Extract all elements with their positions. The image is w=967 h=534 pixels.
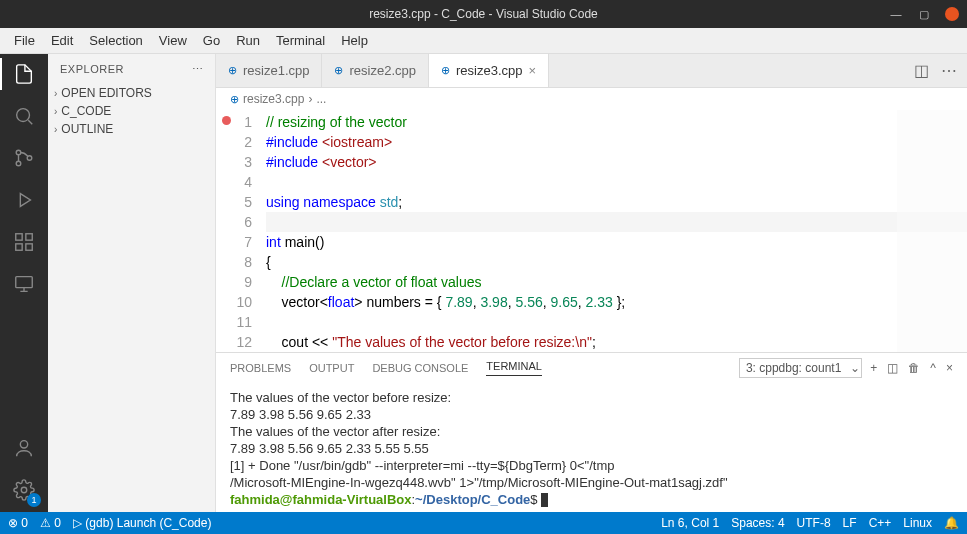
new-terminal-icon[interactable]: + xyxy=(870,361,877,375)
tab-resize1-cpp[interactable]: ⊕resize1.cpp xyxy=(216,54,322,87)
close-tab-icon[interactable]: × xyxy=(528,63,536,78)
svg-point-1 xyxy=(16,150,21,155)
line-gutter: 123456789101112 xyxy=(216,110,266,352)
status-errors[interactable]: ⊗ 0 xyxy=(8,516,28,530)
terminal-line: The values of the vector before resize: xyxy=(230,389,953,406)
panel-tab-terminal[interactable]: TERMINAL xyxy=(486,360,542,376)
tab-label: resize1.cpp xyxy=(243,63,309,78)
sidebar-section-outline[interactable]: › OUTLINE xyxy=(48,120,215,138)
maximize-icon[interactable]: ▢ xyxy=(917,7,931,21)
status-warnings[interactable]: ⚠ 0 xyxy=(40,516,61,530)
panel-tab-debug-console[interactable]: DEBUG CONSOLE xyxy=(372,362,468,374)
breadcrumb-file: resize3.cpp xyxy=(243,92,304,106)
tab-bar: ⊕resize1.cpp⊕resize2.cpp⊕resize3.cpp× ◫ … xyxy=(216,54,967,88)
source-control-icon[interactable] xyxy=(12,146,36,170)
svg-point-9 xyxy=(20,441,27,448)
svg-rect-5 xyxy=(26,234,32,240)
menu-help[interactable]: Help xyxy=(333,33,376,48)
svg-point-0 xyxy=(17,109,30,122)
svg-rect-6 xyxy=(16,244,22,250)
breadcrumb[interactable]: ⊕ resize3.cpp › ... xyxy=(216,88,967,110)
status-spaces[interactable]: Spaces: 4 xyxy=(731,516,784,530)
menu-view[interactable]: View xyxy=(151,33,195,48)
sidebar: EXPLORER ⋯ › OPEN EDITORS› C_CODE› OUTLI… xyxy=(48,54,216,512)
chevron-right-icon: › xyxy=(54,88,57,99)
search-icon[interactable] xyxy=(12,104,36,128)
menubar: FileEditSelectionViewGoRunTerminalHelp xyxy=(0,28,967,54)
chevron-right-icon: › xyxy=(308,92,312,106)
explorer-icon[interactable] xyxy=(12,62,36,86)
chevron-right-icon: › xyxy=(54,106,57,117)
menu-go[interactable]: Go xyxy=(195,33,228,48)
status-bell-icon[interactable]: 🔔 xyxy=(944,516,959,530)
svg-point-2 xyxy=(16,161,21,166)
close-icon[interactable] xyxy=(945,7,959,21)
status-os[interactable]: Linux xyxy=(903,516,932,530)
terminal-line: /Microsoft-MIEngine-In-wgezq448.wvb" 1>"… xyxy=(230,474,953,491)
split-editor-icon[interactable]: ◫ xyxy=(914,61,929,80)
cpp-file-icon: ⊕ xyxy=(441,64,450,77)
panel-close-icon[interactable]: × xyxy=(946,361,953,375)
cpp-file-icon: ⊕ xyxy=(334,64,343,77)
status-launch[interactable]: ▷ (gdb) Launch (C_Code) xyxy=(73,516,211,530)
menu-edit[interactable]: Edit xyxy=(43,33,81,48)
file-icon: ⊕ xyxy=(230,93,239,106)
terminal-line: The values of the vector after resize: xyxy=(230,423,953,440)
terminal-line: [1] + Done "/usr/bin/gdb" --interpreter=… xyxy=(230,457,953,474)
activity-bar: 1 xyxy=(0,54,48,512)
sidebar-title: EXPLORER xyxy=(60,63,124,75)
chevron-down-icon[interactable]: ⌄ xyxy=(850,361,860,375)
terminal-line: 7.89 3.98 5.56 9.65 2.33 5.55 5.55 xyxy=(230,440,953,457)
status-lang[interactable]: C++ xyxy=(869,516,892,530)
split-terminal-icon[interactable]: ◫ xyxy=(887,361,898,375)
sidebar-section-open-editors[interactable]: › OPEN EDITORS xyxy=(48,84,215,102)
status-eol[interactable]: LF xyxy=(843,516,857,530)
panel-up-icon[interactable]: ^ xyxy=(930,361,936,375)
panel-tab-problems[interactable]: PROBLEMS xyxy=(230,362,291,374)
menu-run[interactable]: Run xyxy=(228,33,268,48)
svg-point-3 xyxy=(27,156,32,161)
settings-badge: 1 xyxy=(27,493,41,507)
terminal-output[interactable]: The values of the vector before resize:7… xyxy=(216,383,967,512)
breakpoint-icon[interactable] xyxy=(222,116,231,125)
minimize-icon[interactable]: — xyxy=(889,7,903,21)
code-content[interactable]: // resizing of the vector#include <iostr… xyxy=(266,110,967,352)
menu-terminal[interactable]: Terminal xyxy=(268,33,333,48)
trash-icon[interactable]: 🗑 xyxy=(908,361,920,375)
tab-label: resize3.cpp xyxy=(456,63,522,78)
status-encoding[interactable]: UTF-8 xyxy=(797,516,831,530)
breadcrumb-rest: ... xyxy=(316,92,326,106)
status-bar: ⊗ 0 ⚠ 0 ▷ (gdb) Launch (C_Code) Ln 6, Co… xyxy=(0,512,967,534)
remote-icon[interactable] xyxy=(12,272,36,296)
menu-selection[interactable]: Selection xyxy=(81,33,150,48)
account-icon[interactable] xyxy=(12,436,36,460)
panel: PROBLEMSOUTPUTDEBUG CONSOLETERMINAL 3: c… xyxy=(216,352,967,512)
terminal-selector[interactable]: 3: cppdbg: count1 xyxy=(739,358,862,378)
editor[interactable]: 123456789101112 // resizing of the vecto… xyxy=(216,110,967,352)
tab-label: resize2.cpp xyxy=(349,63,415,78)
extensions-icon[interactable] xyxy=(12,230,36,254)
svg-rect-4 xyxy=(16,234,22,240)
chevron-right-icon: › xyxy=(54,124,57,135)
svg-rect-7 xyxy=(26,244,32,250)
tab-more-icon[interactable]: ⋯ xyxy=(941,61,957,80)
tab-resize2-cpp[interactable]: ⊕resize2.cpp xyxy=(322,54,428,87)
sidebar-section-c_code[interactable]: › C_CODE xyxy=(48,102,215,120)
menu-file[interactable]: File xyxy=(6,33,43,48)
panel-tab-output[interactable]: OUTPUT xyxy=(309,362,354,374)
titlebar: resize3.cpp - C_Code - Visual Studio Cod… xyxy=(0,0,967,28)
run-debug-icon[interactable] xyxy=(12,188,36,212)
status-position[interactable]: Ln 6, Col 1 xyxy=(661,516,719,530)
sidebar-more-icon[interactable]: ⋯ xyxy=(192,63,204,76)
cpp-file-icon: ⊕ xyxy=(228,64,237,77)
panel-tabs: PROBLEMSOUTPUTDEBUG CONSOLETERMINAL 3: c… xyxy=(216,353,967,383)
settings-gear-icon[interactable]: 1 xyxy=(12,478,36,502)
minimap[interactable] xyxy=(897,110,967,352)
terminal-line: fahmida@fahmida-VirtualBox:~/Desktop/C_C… xyxy=(230,491,953,508)
svg-rect-8 xyxy=(16,277,33,288)
svg-point-10 xyxy=(21,487,27,493)
terminal-line: 7.89 3.98 5.56 9.65 2.33 xyxy=(230,406,953,423)
tab-resize3-cpp[interactable]: ⊕resize3.cpp× xyxy=(429,54,549,87)
window-title: resize3.cpp - C_Code - Visual Studio Cod… xyxy=(369,7,598,21)
